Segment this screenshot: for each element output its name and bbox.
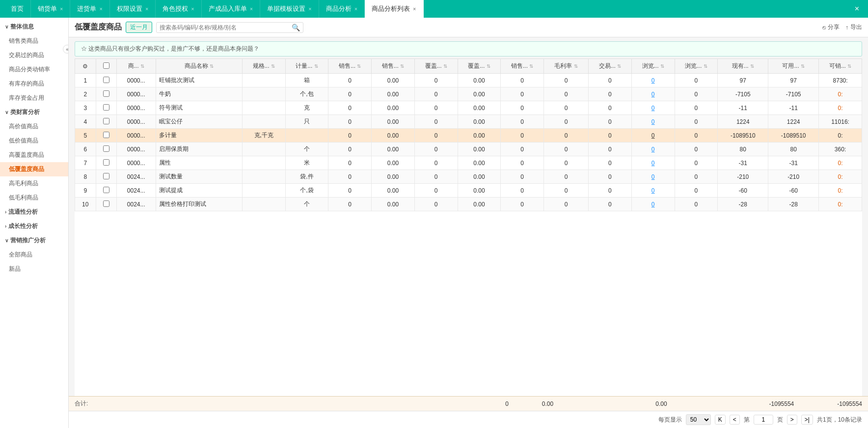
next-page-button[interactable]: > xyxy=(787,415,797,425)
sidebar-section-marketing[interactable]: ∨ 营销推广分析 xyxy=(0,233,68,248)
col-code[interactable]: 商... ⇅ xyxy=(116,59,156,74)
col-sales-amount[interactable]: 销售... ⇅ xyxy=(372,59,415,74)
col-current-stock[interactable]: 现有... ⇅ xyxy=(718,59,768,74)
row-browse1[interactable]: 0 xyxy=(631,143,675,156)
share-button[interactable]: ⎋ 分享 xyxy=(822,23,840,31)
col-margin[interactable]: 毛利率 ⇅ xyxy=(544,59,589,74)
row-checkbox-cell[interactable] xyxy=(96,115,116,129)
select-all-checkbox[interactable] xyxy=(103,62,109,69)
export-button[interactable]: ↑ 导出 xyxy=(845,23,862,31)
col-sales3[interactable]: 销售... ⇅ xyxy=(501,59,544,74)
close-icon[interactable]: × xyxy=(413,6,416,12)
col-spec[interactable]: 规格... ⇅ xyxy=(242,59,285,74)
col-sellable[interactable]: 可销... ⇅ xyxy=(819,59,862,74)
nav-item-analysis-list[interactable]: 商品分析列表 × xyxy=(365,0,423,18)
nav-item-product-analysis[interactable]: 商品分析 × xyxy=(319,0,365,18)
page-size-select[interactable]: 50 100 200 xyxy=(686,414,711,425)
nav-item-purchase[interactable]: 进货单 × xyxy=(70,0,109,18)
row-browse1[interactable]: 0 xyxy=(631,156,675,170)
row-checkbox-cell[interactable] xyxy=(96,170,116,184)
sidebar-section-liquidity[interactable]: › 流通性分析 xyxy=(0,205,68,219)
row-checkbox[interactable] xyxy=(103,90,109,97)
col-trade[interactable]: 交易... ⇅ xyxy=(589,59,632,74)
table-container[interactable]: ⚙ 商... ⇅ 商品名称 ⇅ 规格... ⇅ 计量... ⇅ 销售... ⇅ … xyxy=(75,58,862,396)
row-browse1[interactable]: 0 xyxy=(631,170,675,184)
last-page-button[interactable]: >| xyxy=(801,415,813,425)
sidebar-item-category-turnover[interactable]: 商品分类动销率 xyxy=(0,62,68,77)
row-checkbox[interactable] xyxy=(103,145,109,152)
row-browse1[interactable]: 0 xyxy=(631,198,675,211)
row-checkbox-cell[interactable] xyxy=(96,143,116,156)
nav-item-roles[interactable]: 角色授权 × xyxy=(156,0,201,18)
col-sales-qty[interactable]: 销售... ⇅ xyxy=(328,59,372,74)
page-number-input[interactable] xyxy=(754,415,773,425)
sidebar-item-high-margin[interactable]: 高毛利商品 xyxy=(0,176,68,191)
close-icon[interactable]: × xyxy=(191,6,194,12)
row-browse1[interactable]: 0 xyxy=(631,101,675,115)
row-checkbox[interactable] xyxy=(103,200,109,207)
row-checkbox[interactable] xyxy=(103,104,109,111)
sidebar-item-traded-products[interactable]: 交易过的商品 xyxy=(0,48,68,62)
prev-page-button[interactable]: < xyxy=(730,415,740,425)
col-cover2[interactable]: 覆盖... ⇅ xyxy=(458,59,501,74)
row-checkbox-cell[interactable] xyxy=(96,184,116,198)
row-checkbox[interactable] xyxy=(103,118,109,124)
row-browse1[interactable]: 0 xyxy=(631,115,675,129)
row-checkbox-cell[interactable] xyxy=(96,87,116,101)
col-cover1[interactable]: 覆盖... ⇅ xyxy=(414,59,458,74)
row-checkbox[interactable] xyxy=(103,187,109,193)
sidebar-item-low-margin[interactable]: 低毛利商品 xyxy=(0,191,68,205)
search-input[interactable] xyxy=(160,24,292,31)
row-checkbox-cell[interactable] xyxy=(96,129,116,143)
first-page-button[interactable]: K xyxy=(715,415,726,425)
col-unit[interactable]: 计量... ⇅ xyxy=(285,59,328,74)
col-settings[interactable]: ⚙ xyxy=(75,59,96,74)
close-icon[interactable]: × xyxy=(308,6,311,12)
row-checkbox[interactable] xyxy=(103,77,109,83)
col-name[interactable]: 商品名称 ⇅ xyxy=(156,59,242,74)
sidebar-collapse-button[interactable]: « xyxy=(63,45,69,54)
sidebar-section-wealth[interactable]: ∨ 类财富分析 xyxy=(0,105,68,119)
sidebar-section-growth[interactable]: › 成长性分析 xyxy=(0,219,68,233)
close-icon[interactable]: × xyxy=(99,6,102,12)
sidebar-item-high-value[interactable]: 高价值商品 xyxy=(0,119,68,134)
row-browse1[interactable]: 0 xyxy=(631,74,675,87)
nav-item-template-settings[interactable]: 单据模板设置 × xyxy=(260,0,319,18)
nav-item-sales[interactable]: 销货单 × xyxy=(31,0,70,18)
row-checkbox[interactable] xyxy=(103,173,109,179)
close-icon[interactable]: × xyxy=(145,6,148,12)
window-close-button[interactable]: × xyxy=(850,4,864,13)
row-browse1[interactable]: 0 xyxy=(631,184,675,198)
col-browse1[interactable]: 浏览... ⇅ xyxy=(631,59,675,74)
close-icon[interactable]: × xyxy=(354,6,357,12)
row-checkbox-cell[interactable] xyxy=(96,198,116,211)
nav-item-permissions[interactable]: 权限设置 × xyxy=(110,0,156,18)
row-browse1[interactable]: 0 xyxy=(631,129,675,143)
sidebar-item-new-products[interactable]: 新品 xyxy=(0,262,68,276)
row-browse1[interactable]: 0 xyxy=(631,87,675,101)
sidebar-section-overall[interactable]: ∨ 整体信息 xyxy=(0,20,68,34)
sidebar-item-low-coverage[interactable]: 低覆盖度商品 xyxy=(0,162,68,176)
sidebar-item-sales-products[interactable]: 销售类商品 xyxy=(0,34,68,48)
filter-recent-month[interactable]: 近一月 xyxy=(126,22,152,33)
nav-item-product-entry[interactable]: 产成品入库单 × xyxy=(202,0,260,18)
row-checkbox[interactable] xyxy=(103,132,109,138)
close-icon[interactable]: × xyxy=(60,6,63,12)
row-spec xyxy=(242,156,285,170)
row-checkbox[interactable] xyxy=(103,159,109,166)
nav-item-home[interactable]: 首页 xyxy=(4,0,31,18)
col-usable-stock[interactable]: 可用... ⇅ xyxy=(768,59,819,74)
row-checkbox-cell[interactable] xyxy=(96,74,116,87)
sidebar-item-low-value[interactable]: 低价值商品 xyxy=(0,134,68,148)
sidebar-item-in-stock[interactable]: 有库存的商品 xyxy=(0,77,68,91)
close-icon[interactable]: × xyxy=(250,6,253,12)
row-unit: 个 xyxy=(285,143,328,156)
sidebar-item-stock-fund[interactable]: 库存资金占用 xyxy=(0,91,68,105)
search-icon[interactable]: 🔍 xyxy=(292,24,300,31)
col-browse2[interactable]: 浏览... ⇅ xyxy=(675,59,718,74)
row-checkbox-cell[interactable] xyxy=(96,101,116,115)
sidebar-item-all-products[interactable]: 全部商品 xyxy=(0,248,68,262)
row-checkbox-cell[interactable] xyxy=(96,156,116,170)
col-checkbox[interactable] xyxy=(96,59,116,74)
sidebar-item-high-coverage[interactable]: 高覆盖度商品 xyxy=(0,148,68,162)
